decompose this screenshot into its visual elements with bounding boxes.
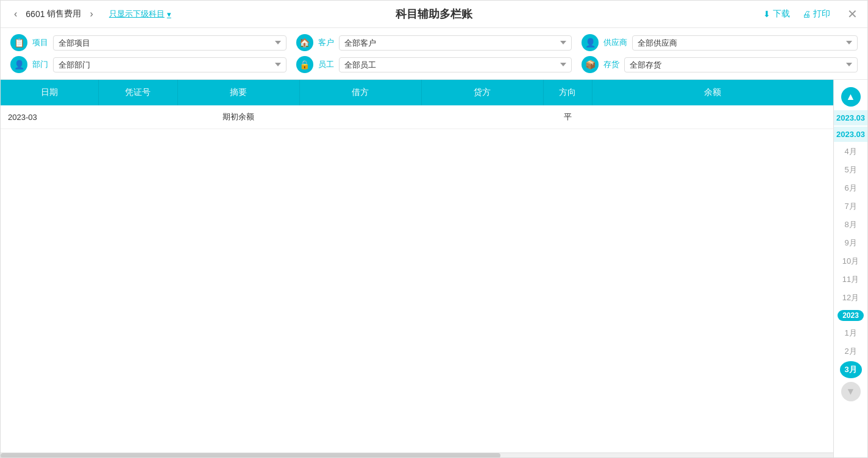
content-wrapper: 日期 凭证号 摘要 借方 贷方 方向 余额 2023-03 期初余额 [1,80,867,457]
supplier-icon: 👤 [582,34,599,51]
horizontal-scrollbar[interactable] [1,453,833,457]
sidebar-month-2023-03-top[interactable]: 2023.03 [834,110,867,125]
project-label: 项目 [32,37,48,48]
sidebar-up-btn[interactable]: ▲ [841,87,861,107]
sidebar-month-2023-03-sel[interactable]: 2023.03 [834,127,867,142]
department-select[interactable]: 全部部门 [53,57,286,72]
col-balance: 余额 [592,80,833,105]
filter-row-customer: 🏠 客户 全部客户 [296,34,572,51]
account-name: 销售费用 [47,9,81,19]
customer-select[interactable]: 全部客户 [339,35,572,51]
department-icon: 👤 [10,56,27,73]
cell-balance [592,105,833,129]
cell-date: 2023-03 [1,105,98,129]
sidebar-month-10[interactable]: 10月 [834,253,867,270]
prev-account-btn[interactable]: ‹ [10,7,21,21]
department-label: 部门 [32,59,48,70]
sidebar-month-9[interactable]: 9月 [834,234,867,252]
customer-icon: 🏠 [296,34,313,51]
download-icon: ⬇ [763,9,770,19]
print-label: 打印 [813,9,830,19]
filter-row-supplier: 👤 供应商 全部供应商 [582,34,858,51]
sidebar-month-2[interactable]: 2月 [834,343,867,360]
col-summary: 摘要 [177,80,299,105]
show-sub-button[interactable]: 只显示下级科目 ▾ [109,9,171,19]
sidebar-month-11[interactable]: 11月 [834,271,867,288]
top-actions: ⬇ 下载 🖨 打印 ✕ [763,7,858,21]
sidebar-month-4[interactable]: 4月 [834,143,867,160]
data-table: 日期 凭证号 摘要 借方 贷方 方向 余额 2023-03 期初余额 [1,80,833,129]
employee-icon: 🔒 [296,56,313,73]
cell-credit [421,105,543,129]
print-button[interactable]: 🖨 打印 [802,9,830,19]
project-select[interactable]: 全部项目 [53,35,286,51]
filter-row-project: 📋 项目 全部项目 [10,34,286,51]
col-voucher: 凭证号 [98,80,177,105]
sidebar-month-3-active[interactable]: 3月 [840,361,862,378]
customer-label: 客户 [318,37,334,48]
chevron-down-icon: ▾ [167,10,171,19]
filter-area: 📋 项目 全部项目 🏠 客户 全部客户 👤 供应商 全部供应商 👤 部门 全 [1,28,867,80]
year-badge: 2023 [838,310,864,321]
table-area: 日期 凭证号 摘要 借方 贷方 方向 余额 2023-03 期初余额 [1,80,833,457]
sidebar-month-8[interactable]: 8月 [834,216,867,233]
col-direction: 方向 [543,80,592,105]
employee-select[interactable]: 全部员工 [339,57,572,72]
filter-row-inventory: 📦 存货 全部存货 [582,56,858,73]
employee-label: 员工 [318,59,334,70]
sidebar-month-5[interactable]: 5月 [834,161,867,178]
next-account-btn[interactable]: › [86,7,96,21]
top-bar: ‹ 6601 销售费用 › 只显示下级科目 ▾ 科目辅助多栏账 ⬇ 下载 🖨 打… [1,1,867,28]
inventory-label: 存货 [603,59,619,70]
show-sub-label: 只显示下级科目 [109,9,165,19]
sidebar-month-7[interactable]: 7月 [834,198,867,215]
close-button[interactable]: ✕ [847,7,858,21]
sidebar-month-12[interactable]: 12月 [834,289,867,306]
col-debit: 借方 [299,80,421,105]
col-credit: 贷方 [421,80,543,105]
account-code-box: 6601 销售费用 [26,9,81,19]
download-button[interactable]: ⬇ 下载 [763,9,790,19]
page-title: 科目辅助多栏账 [396,7,472,21]
col-date: 日期 [1,80,98,105]
cell-voucher [98,105,177,129]
supplier-select[interactable]: 全部供应商 [632,35,858,51]
account-code: 6601 [26,9,44,19]
cell-summary: 期初余额 [177,105,299,129]
project-icon: 📋 [10,34,27,51]
table-row: 2023-03 期初余额 平 [1,105,833,129]
sidebar-month-1[interactable]: 1月 [834,325,867,342]
cell-debit [299,105,421,129]
download-label: 下载 [773,9,790,19]
supplier-label: 供应商 [603,37,627,48]
sidebar-month-6[interactable]: 6月 [834,180,867,197]
inventory-icon: 📦 [582,56,599,73]
inventory-select[interactable]: 全部存货 [624,57,858,72]
cell-direction: 平 [543,105,592,129]
right-sidebar: ▲ 2023.03 2023.03 4月 5月 6月 7月 8月 9月 10月 … [833,80,867,457]
sidebar-down-btn[interactable]: ▼ [841,382,861,401]
scrollbar-thumb[interactable] [1,453,500,457]
filter-row-department: 👤 部门 全部部门 [10,56,286,73]
main-window: ‹ 6601 销售费用 › 只显示下级科目 ▾ 科目辅助多栏账 ⬇ 下载 🖨 打… [0,0,868,458]
print-icon: 🖨 [802,9,811,19]
filter-row-employee: 🔒 员工 全部员工 [296,56,572,73]
